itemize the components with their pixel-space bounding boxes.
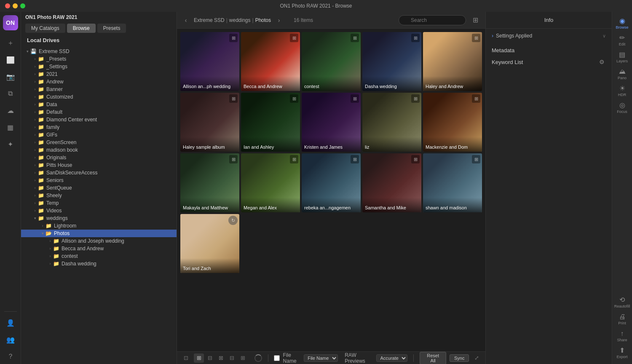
reset-all-button[interactable]: Reset All bbox=[420, 352, 446, 364]
grid-item-rebeka[interactable]: ⊞ rebeka an...ngagemen bbox=[302, 153, 361, 212]
grid-item-tori[interactable]: ↻ Tori and Zach bbox=[180, 214, 239, 273]
tree-item-greenscreen[interactable]: › 📁 GreenScreen bbox=[21, 139, 177, 146]
view-strip-button[interactable]: ⊟ bbox=[227, 353, 237, 363]
tree-item-gifs[interactable]: › 📁 GIFs bbox=[21, 131, 177, 139]
cell-overlay: ⊞ bbox=[290, 34, 298, 42]
minimize-button[interactable] bbox=[13, 3, 18, 8]
export-rail-label: Export bbox=[616, 355, 627, 359]
tree-item-allison[interactable]: › 📁 Allison and Joseph wedding bbox=[21, 237, 177, 245]
effects-icon[interactable]: ✦ bbox=[3, 136, 18, 152]
user-icon[interactable]: 👤 bbox=[3, 315, 18, 330]
tree-item-extreme-ssd[interactable]: ▾ 💾 Extreme SSD bbox=[21, 48, 177, 55]
tree-item-lightroom[interactable]: › 📁 Lightroom bbox=[21, 222, 177, 230]
grid-item-dasha[interactable]: ⊞ Dasha wedding bbox=[362, 32, 421, 91]
sort-select[interactable]: File Name Date Rating bbox=[304, 354, 338, 362]
tree-item-videos[interactable]: › 📁 Videos bbox=[21, 207, 177, 214]
forward-button[interactable]: › bbox=[274, 16, 284, 25]
rail-hdr-button[interactable]: ☀ HDR bbox=[614, 83, 630, 99]
tab-presets[interactable]: Presets bbox=[97, 24, 126, 33]
tree-item-photos[interactable]: ▾ 📂 Photos bbox=[21, 230, 177, 237]
tree-item-presets[interactable]: › 📁 _Presets bbox=[21, 55, 177, 63]
grid-item-kristen[interactable]: ⊞ Kristen and James bbox=[302, 93, 361, 152]
filename-checkbox[interactable] bbox=[274, 355, 279, 361]
tree-item-2021[interactable]: › 📁 2021 bbox=[21, 70, 177, 78]
fullscreen-button[interactable]: ⤢ bbox=[472, 353, 481, 363]
add-button[interactable]: ＋ bbox=[3, 35, 18, 51]
grid-item-shawn[interactable]: ⊞ shawn and madison bbox=[423, 153, 482, 212]
grid-item-samantha[interactable]: ⊞ Samantha and Mike bbox=[362, 153, 421, 212]
tree-item-customized[interactable]: › 📁 Customized bbox=[21, 93, 177, 101]
grid-item-makayla[interactable]: ⊞ Makayla and Matthew bbox=[180, 153, 239, 212]
tree-item-data[interactable]: › 📁 Data bbox=[21, 101, 177, 108]
tree-item-pitts[interactable]: › 📁 Pitts House bbox=[21, 161, 177, 169]
tree-item-weddings[interactable]: ▾ 📁 weddings bbox=[21, 214, 177, 222]
rail-export-button[interactable]: ⬆ Export bbox=[614, 345, 630, 361]
tree-item-becca[interactable]: › 📁 Becca and Andrew bbox=[21, 245, 177, 252]
tree-item-family[interactable]: › 📁 family bbox=[21, 123, 177, 131]
grid-item-haley-andrew[interactable]: ⊞ Haley and Andrew bbox=[423, 32, 482, 91]
people-icon[interactable]: 👥 bbox=[3, 332, 18, 347]
monitor-icon[interactable]: ⬜ bbox=[3, 52, 18, 67]
maximize-button[interactable] bbox=[20, 3, 25, 8]
rail-pano-button[interactable]: ⛰ Pano bbox=[614, 66, 630, 82]
settings-applied-row[interactable]: › Settings Applied ∨ bbox=[486, 29, 612, 43]
tab-my-catalogs[interactable]: My Catalogs bbox=[25, 24, 65, 33]
tree-item-sheely[interactable]: › 📁 Sheely bbox=[21, 192, 177, 199]
cell-overlay: ⊞ bbox=[411, 34, 420, 42]
tree-item-default[interactable]: › 📁 Default bbox=[21, 108, 177, 116]
focus-rail-label: Focus bbox=[617, 110, 627, 114]
tab-browse[interactable]: Browse bbox=[67, 24, 96, 33]
grid-item-megan[interactable]: ⊞ Megan and Alex bbox=[241, 153, 300, 212]
help-icon[interactable]: ？ bbox=[3, 349, 18, 364]
tree-item-madison[interactable]: › 📁 madison book bbox=[21, 146, 177, 154]
rail-edit-button[interactable]: ✏ Edit bbox=[614, 32, 630, 48]
tree-item-andrew[interactable]: › 📁 Andrew bbox=[21, 78, 177, 86]
rail-print-button[interactable]: 🖨 Print bbox=[614, 311, 630, 327]
camera-icon[interactable]: 📷 bbox=[3, 69, 18, 84]
search-input[interactable] bbox=[399, 15, 466, 25]
tree-item-banner[interactable]: › 📁 Banner bbox=[21, 86, 177, 93]
sort-label: File Name bbox=[283, 352, 303, 364]
view-single-button[interactable]: ⊡ bbox=[181, 353, 190, 363]
sync-button[interactable]: Sync bbox=[450, 354, 469, 362]
breadcrumb-weddings[interactable]: weddings bbox=[229, 17, 251, 23]
grid-item-allison[interactable]: ⊞ Allison an...ph wedding bbox=[180, 32, 239, 91]
albums-icon[interactable]: ▦ bbox=[3, 120, 18, 135]
grid-item-becca[interactable]: ⊞ Becca and Andrew bbox=[241, 32, 300, 91]
breadcrumb-photos[interactable]: Photos bbox=[255, 17, 271, 23]
rail-layers-button[interactable]: ▤ Layers bbox=[614, 49, 630, 65]
view-compare-button[interactable]: ⊞ bbox=[238, 353, 248, 363]
grid-item-haley-sample[interactable]: ⊞ Haley sample album bbox=[180, 93, 239, 152]
grid-item-ian[interactable]: ⊞ Ian and Ashley bbox=[241, 93, 300, 152]
back-button[interactable]: ‹ bbox=[181, 16, 190, 25]
tree-item-settings[interactable]: › 📁 _Settings bbox=[21, 63, 177, 70]
tree-item-sandisk[interactable]: › 📁 SanDiskSecureAccess bbox=[21, 169, 177, 177]
rail-browse-button[interactable]: ◉ Browse bbox=[614, 15, 630, 31]
layers-icon[interactable]: ⧉ bbox=[3, 86, 18, 101]
tree-item-sentqueue[interactable]: › 📁 SentQueue bbox=[21, 184, 177, 192]
tree-item-originals[interactable]: › 📁 Originals bbox=[21, 154, 177, 161]
raw-select[interactable]: Accurate Fast bbox=[376, 354, 407, 362]
tree-label: 2021 bbox=[46, 71, 58, 77]
close-button[interactable] bbox=[5, 3, 10, 8]
grid-item-contest[interactable]: ⊞ contest bbox=[302, 32, 361, 91]
tree-arrow: › bbox=[32, 95, 38, 99]
view-grid3-button[interactable]: ⊠ bbox=[216, 353, 226, 363]
rail-share-button[interactable]: ↑ Share bbox=[614, 328, 630, 344]
settings-applied-label: Settings Applied bbox=[496, 33, 532, 39]
grid-item-liz[interactable]: ⊞ liz bbox=[362, 93, 421, 152]
grid-options-button[interactable]: ⊞ bbox=[469, 14, 481, 26]
tree-item-diamond[interactable]: › 📁 Diamond Center event bbox=[21, 116, 177, 123]
tree-item-temp[interactable]: › 📁 Temp bbox=[21, 199, 177, 207]
cloud-icon[interactable]: ☁ bbox=[3, 103, 18, 118]
rail-reautofill-button[interactable]: ⟲ Reautofill bbox=[614, 294, 630, 310]
grid-item-mackenzie[interactable]: ⊞ Mackenzie and Dom bbox=[423, 93, 482, 152]
tree-item-contest[interactable]: › 📁 contest bbox=[21, 252, 177, 260]
breadcrumb-ssd[interactable]: Extreme SSD bbox=[194, 17, 225, 23]
view-grid-button[interactable]: ⊞ bbox=[194, 353, 204, 363]
rail-focus-button[interactable]: ◎ Focus bbox=[614, 99, 630, 115]
tree-item-dasha[interactable]: › 📁 Dasha wedding bbox=[21, 260, 177, 268]
tree-item-seniors[interactable]: › 📁 Seniors bbox=[21, 177, 177, 184]
gear-button[interactable]: ⚙ bbox=[597, 58, 606, 66]
view-grid2-button[interactable]: ⊟ bbox=[205, 353, 215, 363]
